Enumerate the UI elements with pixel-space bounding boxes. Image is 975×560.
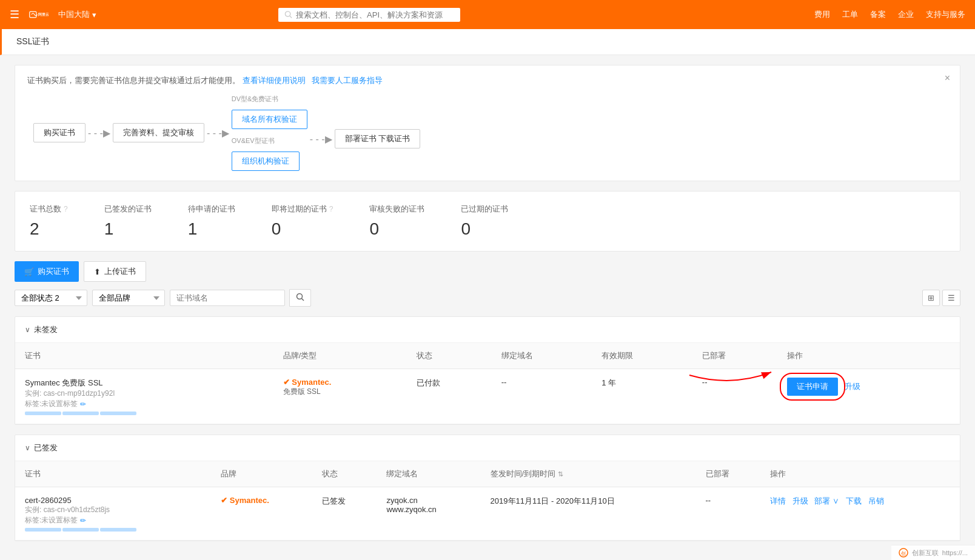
signed-table: 证书 品牌 状态 绑定域名 签发时间/到期时间 ⇅ 已部署 操作 xyxy=(15,461,960,541)
close-icon[interactable]: × xyxy=(945,73,950,84)
status-value-s: 已签发 xyxy=(322,496,346,505)
validity-cell: 1 年 xyxy=(592,369,692,424)
status-value: 已付款 xyxy=(417,378,440,387)
col-brand-s: 品牌 xyxy=(211,461,312,487)
action-cell-s: 详情 升级 部署 ∨ 下载 吊销 xyxy=(760,487,960,541)
col-cert: 证书 xyxy=(15,343,273,369)
top-nav: ☰ 阿里云 中国大陆 ▾ 费用 工单 备案 企业 支持与服务 xyxy=(0,0,975,29)
svg-text:创: 创 xyxy=(901,551,906,556)
deployed-cell: -- xyxy=(692,369,777,424)
upload-cert-button[interactable]: ⬆ 上传证书 xyxy=(84,261,146,282)
hamburger-icon[interactable]: ☰ xyxy=(10,8,19,21)
upgrade-link-s[interactable]: 升级 xyxy=(792,496,808,505)
validity-cell-s: 2019年11月11日 - 2020年11月10日 xyxy=(481,487,696,541)
search-button[interactable] xyxy=(289,289,311,307)
flow-step-buy: 购买证书 xyxy=(33,123,85,142)
unsigned-section: ∨ 未签发 证书 品牌/类型 状态 绑定域名 有效期限 已部署 操作 xyxy=(15,316,960,425)
stat-expiring-help[interactable]: ? xyxy=(329,205,333,213)
grid-view-button[interactable]: ⊞ xyxy=(922,290,940,306)
cert-name-filter[interactable] xyxy=(170,290,285,306)
domain-cell-s: zyqok.cn www.zyqok.cn xyxy=(377,487,480,541)
cert-apply-button[interactable]: 证书申请 xyxy=(787,378,838,396)
col-validity-s: 签发时间/到期时间 ⇅ xyxy=(481,461,696,487)
chevron-down-icon-2: ∨ xyxy=(25,444,30,452)
page: SSL证书 × 证书购买后，需要完善证书信息并提交审核通过后才能使用。 查看详细… xyxy=(0,29,975,560)
signed-section-header[interactable]: ∨ 已签发 xyxy=(15,435,960,461)
nav-fees[interactable]: 费用 xyxy=(814,9,830,20)
deploy-link[interactable]: 部署 ∨ xyxy=(814,496,841,505)
download-link[interactable]: 下载 xyxy=(846,496,862,505)
info-banner: × 证书购买后，需要完善证书信息并提交审核通过后才能使用。 查看详细使用说明 我… xyxy=(15,65,960,181)
region-selector[interactable]: 中国大陆 ▾ xyxy=(58,9,96,20)
flow-branch-label-dv: DV型&免费证书 xyxy=(232,95,279,104)
watermark-icon: 创 xyxy=(899,548,908,558)
cart-icon: 🛒 xyxy=(24,267,34,276)
upload-icon: ⬆ xyxy=(94,267,101,276)
brand-checkmark-s: ✔ Symantec. xyxy=(221,496,269,505)
detail-link[interactable]: 详情 xyxy=(770,496,786,505)
unsigned-section-header[interactable]: ∨ 未签发 xyxy=(15,317,960,343)
brand-type-label: 免费版 SSL xyxy=(283,387,321,397)
cert-example: 实例: cas-cn-mp91dzp1y92l xyxy=(25,388,264,399)
brand-logo: ✔ Symantec. 免费版 SSL xyxy=(283,378,397,397)
info-detail-link[interactable]: 查看详细使用说明 xyxy=(243,76,306,85)
search-bar[interactable] xyxy=(278,8,460,22)
flow-step-deploy: 部署证书 下载证书 xyxy=(335,129,421,148)
sort-icon[interactable]: ⇅ xyxy=(558,470,563,478)
col-domain-s: 绑定域名 xyxy=(377,461,480,487)
svg-line-5 xyxy=(302,299,304,301)
brand-cell-s: ✔ Symantec. xyxy=(211,487,312,541)
col-action: 操作 xyxy=(777,343,960,369)
flow-arrow-3: - - -▶ xyxy=(310,133,332,145)
domain-cell: -- xyxy=(492,369,592,424)
nav-enterprise[interactable]: 企业 xyxy=(898,9,914,20)
col-deployed-s: 已部署 xyxy=(696,461,760,487)
col-validity: 有效期限 xyxy=(592,343,692,369)
brand-type-cell: ✔ Symantec. 免费版 SSL xyxy=(273,369,407,424)
flow-step-org: 组织机构验证 xyxy=(232,152,300,171)
flow-step-domain: 域名所有权验证 xyxy=(232,110,307,129)
edit-tag-link-s[interactable]: ✏ xyxy=(80,516,86,525)
col-brand-type: 品牌/类型 xyxy=(273,343,407,369)
filters: 全部状态 2未签发已签发已过期 全部品牌SymantecGeoTrust ⊞ ☰ xyxy=(15,289,960,307)
tag-strip xyxy=(25,412,264,415)
signed-section: ∨ 已签发 证书 品牌 状态 绑定域名 签发时间/到期时间 ⇅ 已部署 xyxy=(15,435,960,541)
cert-tag-set: 标签:未设置标签 ✏ xyxy=(25,399,264,409)
breadcrumb: SSL证书 xyxy=(0,29,975,55)
buy-cert-button[interactable]: 🛒 购买证书 xyxy=(15,261,79,282)
chevron-down-icon: ∨ xyxy=(25,325,30,334)
stat-failed: 审核失败的证书 0 xyxy=(369,204,424,239)
nav-support[interactable]: 支持与服务 xyxy=(926,9,965,20)
svg-point-4 xyxy=(297,294,303,299)
stat-expired: 已过期的证书 0 xyxy=(461,204,508,239)
status-filter[interactable]: 全部状态 2未签发已签发已过期 xyxy=(15,290,87,306)
list-view-button[interactable]: ☰ xyxy=(942,290,960,306)
svg-text:阿里云: 阿里云 xyxy=(38,12,49,16)
action-bar: 🛒 购买证书 ⬆ 上传证书 xyxy=(15,261,960,282)
flow-branch-label-ov: OV&EV型证书 xyxy=(232,136,275,145)
info-manual-link[interactable]: 我需要人工服务指导 xyxy=(312,76,383,85)
col-status-s: 状态 xyxy=(312,461,377,487)
stat-total-help[interactable]: ? xyxy=(64,205,68,213)
cert-info-cell-s: cert-2860295 实例: cas-cn-v0h1dz5zt8js 标签:… xyxy=(15,487,211,541)
nav-orders[interactable]: 工单 xyxy=(842,9,858,20)
brand-filter[interactable]: 全部品牌SymantecGeoTrust xyxy=(92,290,165,306)
table-row: cert-2860295 实例: cas-cn-v0h1dz5zt8js 标签:… xyxy=(15,487,960,541)
nav-icp[interactable]: 备案 xyxy=(870,9,886,20)
edit-tag-link[interactable]: ✏ xyxy=(80,400,86,408)
revoke-link[interactable]: 吊销 xyxy=(868,496,884,505)
tag-strip-s xyxy=(25,528,201,532)
cert-tag-set-s: 标签:未设置标签 ✏ xyxy=(25,515,201,525)
info-banner-text: 证书购买后，需要完善证书信息并提交审核通过后才能使用。 查看详细使用说明 我需要… xyxy=(27,75,948,86)
action-cell: 证书申请 升级 xyxy=(777,369,960,424)
flow-branch-group: DV型&免费证书 域名所有权验证 OV&EV型证书 组织机构验证 xyxy=(232,95,307,171)
search-icon xyxy=(296,293,304,301)
upgrade-link[interactable]: 升级 xyxy=(845,382,860,391)
watermark: 创 创新互联 https://... xyxy=(891,545,975,560)
search-input[interactable] xyxy=(296,10,454,19)
flow-arrow-2: - - -▶ xyxy=(207,127,229,139)
table-row: Symantec 免费版 SSL 实例: cas-cn-mp91dzp1y92l… xyxy=(15,369,960,424)
cert-name: Symantec 免费版 SSL xyxy=(25,378,264,388)
stat-pending: 待申请的证书 1 xyxy=(188,204,235,239)
flow-arrow-1: - - -▶ xyxy=(88,127,110,139)
